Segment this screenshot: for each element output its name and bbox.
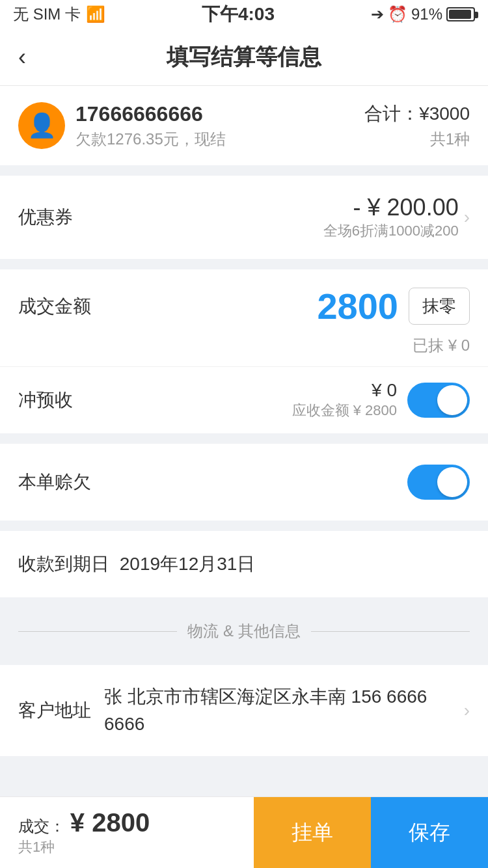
prepaid-sub: 应收金额 ¥ 2800	[292, 401, 397, 420]
transaction-sub: 已抹 ¥ 0	[0, 335, 488, 366]
coupon-label: 优惠券	[18, 205, 73, 230]
debt-toggle-thumb	[437, 467, 467, 497]
chevron-right-icon: ›	[464, 207, 470, 228]
save-button[interactable]: 保存	[371, 797, 488, 869]
prepaid-label: 冲预收	[18, 388, 73, 413]
divider-line-left	[18, 631, 177, 632]
bottom-label: 成交：	[18, 817, 65, 835]
coupon-texts: - ¥ 200.00 全场6折满1000减200	[323, 194, 459, 241]
prepaid-values: ¥ 0 应收金额 ¥ 2800	[292, 380, 397, 420]
coupon-desc: 全场6折满1000减200	[323, 221, 459, 241]
coupon-row[interactable]: 优惠券 - ¥ 200.00 全场6折满1000减200 ›	[0, 176, 488, 259]
total-amount: 合计：¥3000	[364, 102, 470, 126]
coupon-amount: - ¥ 200.00	[323, 194, 459, 221]
bottom-summary: 成交： ¥ 2800 共1种	[0, 808, 254, 857]
wifi-icon: 📶	[86, 5, 105, 23]
customer-left: 👤 17666666666 欠款1276.35元，现结	[18, 102, 226, 150]
divider-line-right	[311, 631, 470, 632]
bottom-label-row: 成交： ¥ 2800	[18, 808, 236, 837]
back-button[interactable]: ‹	[18, 44, 26, 71]
debt-label: 本单赊欠	[18, 470, 91, 495]
address-text: 张 北京市市辖区海淀区永丰南 156 6666 6666	[104, 683, 459, 738]
carrier-text: 无 SIM 卡	[13, 4, 81, 25]
debt-row: 本单赊欠	[0, 444, 488, 521]
bottom-count: 共1种	[18, 837, 236, 857]
battery-icon	[446, 7, 475, 21]
customer-debt: 欠款1276.35元，现结	[75, 129, 226, 150]
duedate-row: 收款到期日 2019年12月31日	[0, 531, 488, 597]
hang-button[interactable]: 挂单	[254, 797, 371, 869]
alarm-icon: ⏰	[388, 5, 407, 23]
customer-info: 17666666666 欠款1276.35元，现结	[75, 102, 226, 150]
bottom-amount: ¥ 2800	[70, 808, 150, 837]
page-title: 填写结算等信息	[167, 42, 321, 72]
transaction-label: 成交金额	[18, 294, 91, 319]
prepaid-row: 冲预收 ¥ 0 应收金额 ¥ 2800	[0, 366, 488, 433]
toggle-thumb	[437, 385, 467, 415]
round-button[interactable]: 抹零	[409, 288, 470, 325]
prepaid-amount: ¥ 0	[292, 380, 397, 401]
prepaid-toggle[interactable]	[407, 383, 470, 418]
avatar: 👤	[18, 102, 65, 149]
debt-toggle[interactable]	[407, 465, 470, 500]
nav-bar: ‹ 填写结算等信息	[0, 29, 488, 86]
status-left: 无 SIM 卡 📶	[13, 4, 105, 25]
logistics-divider: 物流 & 其他信息	[0, 608, 488, 655]
status-time: 下午4:03	[202, 2, 275, 27]
total-count: 共1种	[364, 129, 470, 150]
coupon-right: - ¥ 200.00 全场6折满1000减200 ›	[323, 194, 470, 241]
customer-card: 👤 17666666666 欠款1276.35元，现结 合计：¥3000 共1种	[0, 86, 488, 165]
status-right: ➔ ⏰ 91%	[371, 5, 475, 23]
address-section: 客户地址 张 北京市市辖区海淀区永丰南 156 6666 6666 ›	[0, 665, 488, 756]
transaction-value: 2800	[317, 288, 398, 325]
customer-phone: 17666666666	[75, 102, 226, 126]
transaction-section: 成交金额 2800 抹零 已抹 ¥ 0 冲预收 ¥ 0 应收金额 ¥ 2800	[0, 269, 488, 433]
transaction-row: 成交金额 2800 抹零	[0, 269, 488, 343]
bottom-bar: 成交： ¥ 2800 共1种 挂单 保存	[0, 796, 488, 868]
transaction-right: 2800 抹零	[317, 288, 470, 325]
status-bar: 无 SIM 卡 📶 下午4:03 ➔ ⏰ 91%	[0, 0, 488, 29]
debt-section: 本单赊欠	[0, 444, 488, 521]
logistics-label: 物流 & 其他信息	[177, 621, 310, 642]
duedate-value: 2019年12月31日	[120, 554, 256, 574]
address-chevron-icon: ›	[464, 700, 470, 721]
duedate-section: 收款到期日 2019年12月31日	[0, 531, 488, 597]
battery-text: 91%	[411, 5, 442, 23]
location-icon: ➔	[371, 5, 384, 23]
customer-right: 合计：¥3000 共1种	[364, 102, 470, 150]
address-row[interactable]: 客户地址 张 北京市市辖区海淀区永丰南 156 6666 6666 ›	[0, 665, 488, 756]
duedate-label: 收款到期日	[18, 554, 109, 574]
content-area: 👤 17666666666 欠款1276.35元，现结 合计：¥3000 共1种…	[0, 86, 488, 868]
coupon-section: 优惠券 - ¥ 200.00 全场6折满1000减200 ›	[0, 176, 488, 259]
address-label: 客户地址	[18, 698, 91, 723]
prepaid-right: ¥ 0 应收金额 ¥ 2800	[292, 380, 470, 420]
